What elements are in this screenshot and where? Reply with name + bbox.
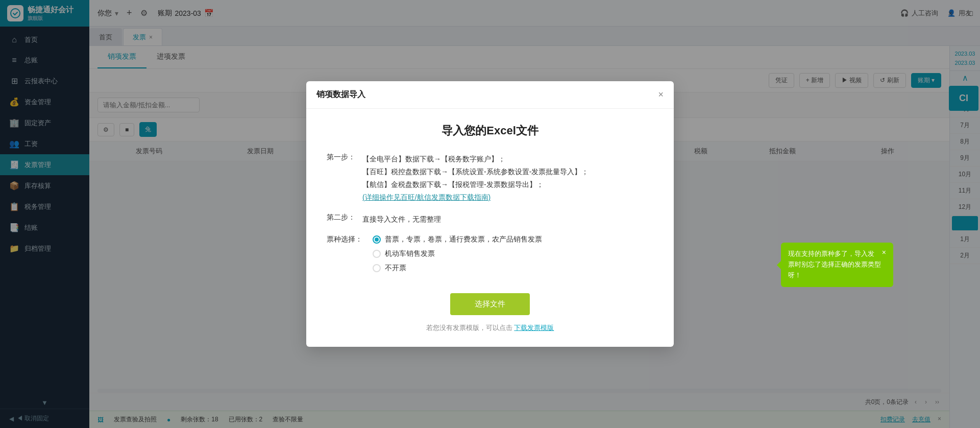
ticket-option-none[interactable]: 不开票	[373, 264, 542, 273]
step1-line1: 【全电平台】数据下载→【税务数字账户】；	[362, 153, 589, 165]
import-modal: 销项数据导入 × 导入您的Excel文件 第一步： 【全电平台】数据下载→【税务…	[306, 81, 674, 347]
modal-body: 导入您的Excel文件 第一步： 【全电平台】数据下载→【税务数字账户】； 【百…	[306, 109, 674, 294]
download-template-link[interactable]: 下载发票模版	[514, 324, 554, 331]
radio-unchecked-icon2	[373, 264, 381, 272]
step1-content: 【全电平台】数据下载→【税务数字账户】； 【百旺】税控盘数据下载→【系统设置-系…	[362, 153, 589, 204]
step2: 第二步： 直接导入文件，无需整理	[327, 213, 653, 226]
modal-title: 销项数据导入	[316, 89, 365, 100]
step1-line2: 【百旺】税控盘数据下载→【系统设置-系统参数设置-发票批量导入】；	[362, 165, 589, 178]
ticket-radio-group: 普票，专票，卷票，通行费发票，农产品销售发票 机动车销售发票 不开票	[373, 235, 542, 273]
tooltip-bubble: × 现在支持的票种多了，导入发票时别忘了选择正确的发票类型呀！	[781, 243, 893, 287]
download-template-hint: 若您没有发票模版，可以点击 下载发票模版	[327, 323, 653, 332]
modal-header: 销项数据导入 ×	[306, 81, 674, 109]
ticket-option-general[interactable]: 普票，专票，卷票，通行费发票，农产品销售发票	[373, 235, 542, 244]
step1-label: 第一步：	[327, 153, 357, 204]
select-file-button[interactable]: 选择文件	[450, 293, 530, 315]
radio-checked-icon	[373, 235, 381, 244]
modal-footer: 选择文件 若您没有发票模版，可以点击 下载发票模版	[306, 293, 674, 347]
ticket-option-none-label: 不开票	[385, 264, 406, 273]
ticket-select-label: 票种选择：	[327, 235, 362, 244]
step1: 第一步： 【全电平台】数据下载→【税务数字账户】； 【百旺】税控盘数据下载→【系…	[327, 153, 653, 204]
step1-guide-link[interactable]: (详细操作见百旺/航信发票数据下载指南)	[362, 193, 491, 201]
tooltip-container: × 现在支持的票种多了，导入发票时别忘了选择正确的发票类型呀！	[781, 263, 806, 268]
step2-label: 第二步：	[327, 213, 357, 226]
tooltip-text: 现在支持的票种多了，导入发票时别忘了选择正确的发票类型呀！	[788, 250, 881, 279]
step2-content: 直接导入文件，无需整理	[362, 213, 441, 226]
modal-close-button[interactable]: ×	[658, 89, 664, 100]
modal-overlay: 销项数据导入 × 导入您的Excel文件 第一步： 【全电平台】数据下载→【税务…	[0, 0, 980, 428]
step1-line3: 【航信】金税盘数据下载→【报税管理-发票数据导出】；	[362, 178, 589, 191]
ticket-option-vehicle[interactable]: 机动车销售发票	[373, 249, 542, 258]
modal-main-title: 导入您的Excel文件	[327, 123, 653, 138]
ticket-option-vehicle-label: 机动车销售发票	[385, 249, 435, 258]
ticket-selection: 票种选择： 普票，专票，卷票，通行费发票，农产品销售发票 机动车销售发票	[327, 235, 653, 273]
tooltip-close-btn[interactable]: ×	[882, 249, 886, 256]
radio-unchecked-icon	[373, 250, 381, 258]
ticket-option-general-label: 普票，专票，卷票，通行费发票，农产品销售发票	[385, 235, 542, 244]
download-hint-text: 若您没有发票模版，可以点击	[426, 324, 512, 331]
